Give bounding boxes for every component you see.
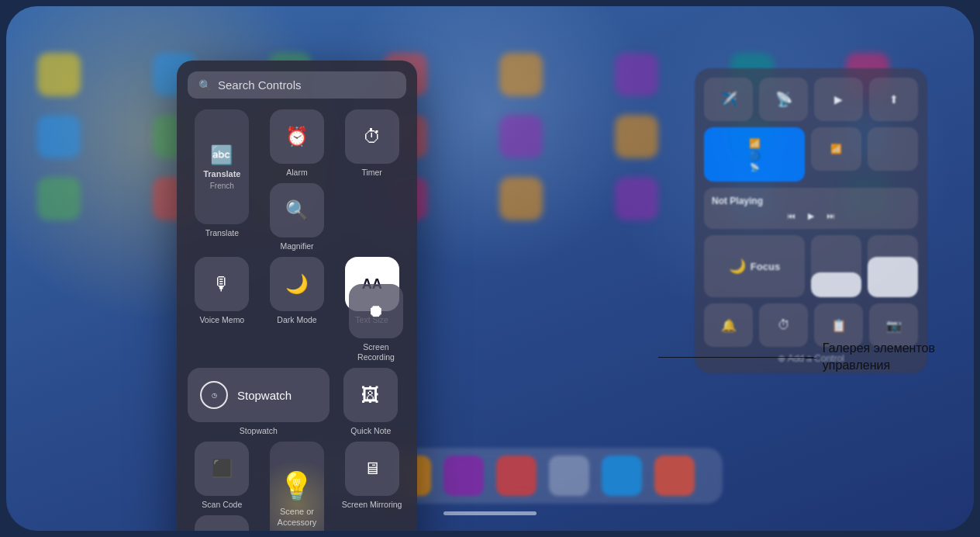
screen-mirroring-cell: 🖥 Screen Mirroring [337, 442, 406, 509]
screen-recording-cell: ⏺ ScreenRecording [349, 284, 403, 362]
translate-subtitle: French [210, 182, 234, 190]
voice-memo-label: Voice Memo [199, 315, 244, 324]
airplay2-btn[interactable]: ⬆ [869, 78, 918, 121]
search-bar[interactable]: 🔍 Search Controls [188, 71, 406, 99]
dock-icon-5[interactable] [496, 456, 537, 496]
control-center-panel: ✈️ 📡 ▶ ⬆ 📶 🔵 📡 📶 Not Playing ⏮ ▶ ⏭ [695, 68, 927, 373]
timer-icon-box[interactable]: ⏱ [345, 109, 399, 164]
scan-code-label: Scan Code [202, 500, 242, 509]
wifi-cluster[interactable]: 📶 🔵 📡 [704, 127, 805, 182]
now-playing-title: Not Playing [712, 196, 910, 206]
dock-icon-6[interactable] [549, 456, 589, 496]
stopwatch-cell: ◷ Stopwatch Stopwatch [188, 368, 330, 435]
stopwatch-icon-box[interactable]: ◷ Stopwatch [188, 368, 330, 422]
voice-memo-cell: 🎙 Voice Memo [188, 257, 257, 324]
timer-cell: ⏱ Timer [337, 109, 406, 177]
search-input[interactable]: Search Controls [218, 78, 302, 92]
quick-note-label: Quick Note [350, 426, 391, 435]
dark-mode-icon-box[interactable]: 🌙 [270, 257, 324, 311]
alarm-cell: ⏰ Alarm [263, 109, 332, 177]
annotation: Галерея элементов управления [658, 340, 935, 375]
play-btn[interactable]: ▶ [808, 211, 814, 221]
search-controls-modal: 🔍 Search Controls 🔤 Translate French Tra… [177, 61, 417, 531]
translate-label: Translate [205, 228, 239, 237]
ipad-screen: ✈️ 📡 ▶ ⬆ 📶 🔵 📡 📶 Not Playing ⏮ ▶ ⏭ [6, 6, 974, 531]
next-btn[interactable]: ⏭ [826, 211, 835, 221]
dark-mode-label: Dark Mode [277, 315, 316, 324]
quick-note-icon-box[interactable]: 🖼 [343, 368, 398, 422]
hotspot-btn[interactable]: 📡 [759, 78, 808, 121]
recognize-music-icon-box[interactable]: S [195, 515, 249, 531]
focus-btn[interactable]: 🌙 Focus [704, 235, 805, 297]
translate-icon-box[interactable]: 🔤 Translate French [195, 109, 249, 224]
airplane-mode-btn[interactable]: ✈️ [704, 78, 753, 121]
quick-note-cell: 🖼 Quick Note [336, 368, 406, 435]
dock-icon-8[interactable] [654, 456, 695, 496]
magnifier-icon-box[interactable]: 🔍 [270, 183, 324, 237]
scene-accessory-cell: 💡 Scene or Accessory Home [263, 442, 332, 531]
screen-recording-label: ScreenRecording [357, 342, 395, 362]
scan-code-icon-box[interactable]: ⬛ [195, 442, 249, 496]
volume-slider[interactable] [868, 235, 918, 297]
scan-code-cell: ⬛ Scan Code [188, 442, 257, 509]
stopwatch-text: Stopwatch [237, 389, 292, 402]
screen-recording-icon-box[interactable]: ⏺ [349, 284, 403, 338]
stopwatch-label: Stopwatch [240, 426, 278, 435]
recognize-music-cell: S RecognizeMusic [188, 515, 257, 531]
screen-mirroring-label: Screen Mirroring [342, 500, 402, 509]
timer-label: Timer [361, 168, 381, 177]
translate-cell: 🔤 Translate French Translate [188, 109, 257, 251]
alarm-icon-box[interactable]: ⏰ [270, 109, 324, 164]
magnifier-label: Magnifier [280, 241, 313, 251]
alarm-label: Alarm [286, 168, 307, 177]
dock-icon-4[interactable] [443, 456, 484, 496]
shazam-icon: S [209, 530, 234, 531]
search-icon: 🔍 [198, 79, 212, 92]
annotation-line [658, 357, 813, 358]
cellular-btn[interactable]: 📶 [811, 127, 861, 171]
dock-icon-7[interactable] [602, 456, 642, 496]
airplay-btn[interactable]: ▶ [814, 78, 863, 121]
annotation-text: Галерея элементов управления [823, 340, 935, 375]
translate-arrows-icon: 🔤 [210, 144, 233, 166]
scene-subtitle: Scene or Accessory [270, 506, 324, 528]
scene-icon-box[interactable]: 💡 Scene or Accessory [270, 442, 324, 531]
translate-title: Translate [203, 169, 240, 178]
prev-btn[interactable]: ⏮ [787, 211, 795, 221]
home-indicator [443, 511, 537, 515]
dark-mode-cell: 🌙 Dark Mode [263, 257, 332, 324]
stopwatch-circle-icon: ◷ [200, 381, 228, 409]
voice-memo-icon-box[interactable]: 🎙 [195, 257, 249, 311]
brightness-slider[interactable] [811, 235, 861, 297]
media-player: Not Playing ⏮ ▶ ⏭ [704, 188, 918, 229]
extra-btn[interactable] [868, 127, 918, 171]
magnifier-cell: 🔍 Magnifier [263, 183, 332, 251]
screen-mirroring-icon-box[interactable]: 🖥 [345, 442, 399, 496]
